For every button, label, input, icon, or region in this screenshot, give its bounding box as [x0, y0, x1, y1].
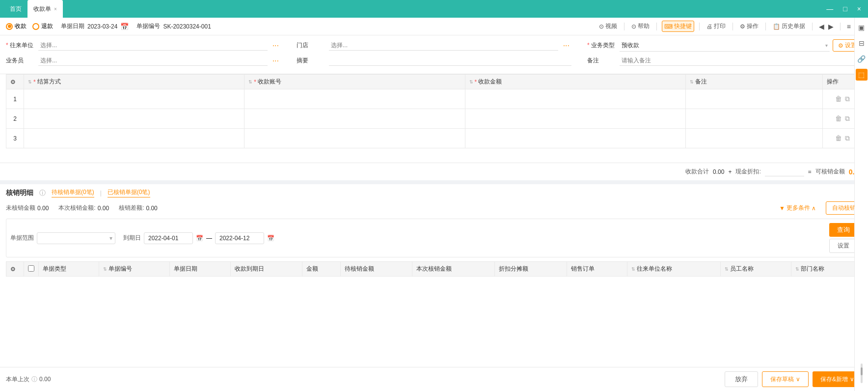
print-label: 打印 [714, 22, 726, 30]
row-settlement-3[interactable] [24, 129, 244, 148]
row-account-3[interactable] [244, 129, 465, 148]
info-circle-icon[interactable]: ⓘ [31, 375, 37, 384]
operations-btn[interactable]: ⚙ 操作 [738, 21, 760, 31]
date-to-input[interactable] [215, 232, 264, 244]
delete-icon-3[interactable]: 🗑 [835, 134, 842, 142]
form-row-1: * 往来单位 ··· 门店 ··· * 业务类型 预收款 ▾ ⚙ 设置 [6, 39, 862, 52]
range-label: 单据范围 [10, 234, 34, 242]
uncancelled-stat: 未核销金额 0.00 [6, 204, 49, 212]
row-account-2[interactable] [244, 109, 465, 129]
row-account-1[interactable] [244, 89, 465, 109]
date-to-icon[interactable]: 📅 [267, 235, 274, 242]
minimize-btn[interactable]: — [823, 4, 836, 14]
next-btn[interactable]: ▶ [827, 22, 835, 31]
uncancelled-label: 未核销金额 [6, 204, 35, 212]
help-icon: ⊙ [631, 23, 636, 30]
summary-input[interactable] [329, 56, 571, 66]
th-settings[interactable]: ⚙ [6, 75, 24, 89]
delete-icon-2[interactable]: 🗑 [835, 114, 842, 123]
divider-6 [812, 23, 813, 30]
total-label: 收款合计 [685, 168, 709, 176]
verified-tab[interactable]: 已核销单据(0笔) [108, 188, 150, 197]
calendar-icon[interactable]: 📅 [120, 23, 129, 30]
range-select[interactable] [37, 232, 115, 244]
staff-more-btn[interactable]: ··· [271, 56, 281, 65]
sidebar-list-icon[interactable]: ⊟ [856, 37, 868, 49]
remark-input[interactable] [620, 56, 862, 66]
row-remark-2[interactable] [685, 109, 822, 129]
sidebar-table-icon[interactable]: ▣ [856, 22, 868, 33]
abandon-btn[interactable]: 放弃 [725, 371, 758, 387]
th-settlement: ⇅ * 结算方式 [24, 75, 244, 89]
row-amount-1[interactable] [465, 89, 685, 109]
sidebar-edit-icon[interactable]: ⬚ [856, 69, 868, 81]
pending-tab[interactable]: 待核销单据(0笔) [52, 188, 94, 197]
save-new-label: 保存&新增 [820, 375, 848, 384]
tab-close-icon[interactable]: × [54, 6, 57, 12]
remark-field: 备注 [587, 56, 862, 66]
store-input[interactable] [329, 40, 558, 51]
query-btn[interactable]: 查询 [829, 223, 858, 237]
tab-home-label: 首页 [10, 5, 22, 13]
table-section: ⚙ ⇅ * 结算方式 ⇅ * 收款账号 [0, 74, 868, 163]
operations-label: 操作 [747, 22, 759, 30]
prev-btn[interactable]: ◀ [817, 22, 826, 31]
row-remark-1[interactable] [685, 89, 822, 109]
table-row: 3 🗑 ⧉ [6, 129, 862, 148]
tab-home[interactable]: 首页 [4, 0, 27, 18]
save-draft-chevron: ∨ [796, 376, 800, 383]
th2-settings[interactable]: ⚙ [6, 262, 24, 277]
close-btn[interactable]: × [854, 4, 864, 14]
th-remark-label: 备注 [695, 78, 707, 86]
settings-query-btn[interactable]: 设置 [829, 239, 858, 253]
info-icon[interactable]: ⓘ [39, 189, 46, 197]
radio-refund-circle [32, 23, 39, 30]
staff-field: 业务员 ··· [6, 56, 281, 66]
settings-icon: ⚙ [10, 79, 16, 85]
sidebar-link-icon[interactable]: 🔗 [856, 53, 868, 65]
discount-input[interactable] [765, 167, 804, 176]
business-type-select[interactable]: 预收款 ▾ [620, 40, 830, 52]
list-view-icon[interactable]: ≡ [845, 22, 852, 31]
party-input[interactable] [38, 40, 268, 51]
scroll-indicator [861, 363, 863, 383]
row-amount-2[interactable] [465, 109, 685, 129]
th2-checkbox [24, 262, 39, 277]
maximize-btn[interactable]: □ [840, 4, 850, 14]
help-btn[interactable]: ⊙ 帮助 [629, 21, 651, 31]
date-label: 单据日期 [61, 22, 84, 30]
th2-store-label: 部门名称 [801, 265, 824, 273]
date-from-input[interactable] [144, 232, 193, 244]
copy-icon-1[interactable]: ⧉ [845, 95, 850, 103]
number-field: 单据编号 SK-20230324-001 [136, 22, 211, 30]
date-from-icon[interactable]: 📅 [196, 235, 203, 242]
party-more-btn[interactable]: ··· [271, 41, 281, 50]
due-date-label: 到期日 [123, 234, 141, 242]
shortcut-btn[interactable]: ⌨ 快捷键 [662, 21, 694, 32]
row-remark-3[interactable] [685, 129, 822, 148]
row-amount-3[interactable] [465, 129, 685, 148]
radio-receipt-circle [6, 23, 13, 30]
radio-receipt[interactable]: 收款 [6, 22, 27, 30]
chevron-up-icon: ∧ [812, 205, 816, 212]
tab-receipt[interactable]: 收款单 × [27, 0, 63, 18]
video-btn[interactable]: ⊙ 视频 [597, 21, 619, 31]
staff-input[interactable] [38, 56, 268, 66]
pending-count: 0笔 [83, 189, 92, 196]
row-settlement-1[interactable] [24, 89, 244, 109]
copy-icon-3[interactable]: ⧉ [845, 134, 850, 142]
copy-icon-2[interactable]: ⧉ [845, 114, 850, 123]
save-draft-btn[interactable]: 保存草稿 ∨ [762, 371, 809, 387]
delete-icon-1[interactable]: 🗑 [835, 95, 842, 103]
store-more-btn[interactable]: ··· [561, 41, 571, 50]
row-settlement-2[interactable] [24, 109, 244, 129]
radio-refund[interactable]: 退款 [32, 22, 53, 30]
history-btn[interactable]: 📋 历史单据 [771, 21, 807, 31]
print-btn[interactable]: 🖨 打印 [705, 21, 728, 31]
due-date-field: 到期日 📅 — 📅 [123, 232, 274, 244]
video-icon: ⊙ [599, 23, 604, 30]
current-verify-stat: 本次核销金额: 0.00 [58, 204, 109, 212]
select-all-checkbox[interactable] [28, 265, 34, 272]
more-conditions-btn[interactable]: ▼ 更多条件 ∧ [779, 204, 816, 212]
th2-party-label: 往来单位名称 [637, 265, 672, 273]
